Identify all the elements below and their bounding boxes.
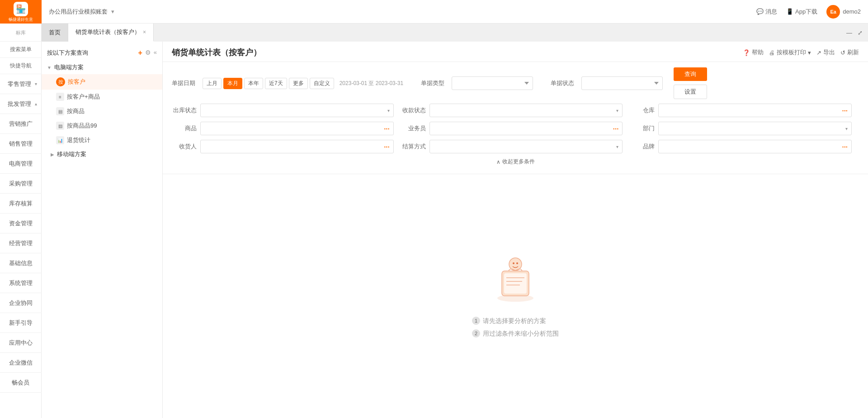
brand-control[interactable]: ··· xyxy=(658,140,852,153)
salesperson-control[interactable]: ··· xyxy=(429,122,623,135)
plan-collapse-icon[interactable]: « xyxy=(154,49,157,57)
sidebar-item-inventory[interactable]: 库存核算 xyxy=(0,194,42,214)
tree-item-by-product-99[interactable]: ▤ 按商品品99 xyxy=(42,119,162,133)
sidebar-item-sales[interactable]: 销售管理 xyxy=(0,134,42,154)
content-area: 按以下方案查询 + ⚙ « ▼ 电脑端方案 按 按客户 ≡ xyxy=(42,42,868,418)
sidebar-retail-label: 零售管理 xyxy=(5,80,35,88)
warehouse-control[interactable]: ··· xyxy=(658,104,852,117)
tree-item-refund[interactable]: 📊 退货统计 xyxy=(42,133,162,147)
date-btn-thisyear[interactable]: 本年 xyxy=(244,78,263,89)
sidebar-item-business[interactable]: 经营管理 xyxy=(0,233,42,253)
sidebar-appcenter-label: 应用中心 xyxy=(5,339,37,347)
sidebar-item-retail[interactable]: 零售管理 ▾ xyxy=(0,74,42,94)
filter-area: 单据日期 上月 本月 本年 近7天 更多 自定义 2023-03-01 至 20… xyxy=(163,62,868,174)
tree-item-by-customer-product[interactable]: ≡ 按客户+商品 xyxy=(42,90,162,104)
date-btn-lastmonth[interactable]: 上月 xyxy=(203,78,222,89)
message-icon: 💬 xyxy=(756,8,764,15)
print-button[interactable]: 🖨 按模板打印 ▾ xyxy=(769,48,811,57)
refresh-label: 刷新 xyxy=(847,48,859,57)
top-bar: 办公用品行业模拟账套 ▾ 💬 消息 📱 App下载 Ea demo2 xyxy=(42,0,868,24)
payment-status-control[interactable]: ▾ xyxy=(429,104,623,117)
doc-status-select[interactable] xyxy=(581,76,663,90)
date-btn-custom[interactable]: 自定义 xyxy=(310,78,334,89)
sidebar-item-purchase[interactable]: 采购管理 xyxy=(0,174,42,194)
app-download-label: App下载 xyxy=(795,8,817,16)
sidebar-item-member[interactable]: 畅会员 xyxy=(0,373,42,393)
recipient-dots-icon: ··· xyxy=(384,143,390,151)
sidebar-item-basic[interactable]: 基础信息 xyxy=(0,253,42,273)
by-product-icon: ▤ xyxy=(56,107,64,115)
filter-settlement: 结算方式 ▾ xyxy=(401,140,630,153)
search-menu-button[interactable]: 标库 xyxy=(0,24,42,42)
date-btn-thismonth[interactable]: 本月 xyxy=(223,78,242,89)
sidebar-item-system[interactable]: 系统管理 xyxy=(0,273,42,293)
out-status-label: 出库状态 xyxy=(172,106,197,114)
refresh-icon: ↺ xyxy=(840,49,845,56)
plan-settings-icon[interactable]: ⚙ xyxy=(145,49,151,57)
top-bar-right: 💬 消息 📱 App下载 Ea demo2 xyxy=(756,5,861,19)
doc-type-select[interactable] xyxy=(452,76,533,90)
export-label: 导出 xyxy=(823,48,835,57)
sidebar-item-marketing[interactable]: 营销推广 xyxy=(0,114,42,134)
tab-minimize-icon[interactable]: — xyxy=(844,28,854,38)
user-area[interactable]: Ea demo2 xyxy=(826,5,861,19)
sidebar-ecommerce-label: 电商管理 xyxy=(5,160,37,168)
plan-add-icon[interactable]: + xyxy=(138,49,142,57)
recipient-control[interactable]: ··· xyxy=(200,140,394,153)
sidebar-item-quicknav[interactable]: 快捷导航 xyxy=(0,58,42,74)
tree-item-by-customer[interactable]: 按 按客户 xyxy=(42,74,162,90)
by-customer-label: 按客户 xyxy=(68,78,85,86)
refresh-button[interactable]: ↺ 刷新 xyxy=(840,48,859,57)
message-button[interactable]: 💬 消息 xyxy=(756,8,777,16)
tree-group-mobile-header[interactable]: ▶ 移动端方案 xyxy=(42,147,162,161)
date-btn-7days[interactable]: 近7天 xyxy=(265,78,287,89)
dept-label: 部门 xyxy=(630,124,655,133)
tree-item-by-product[interactable]: ▤ 按商品 xyxy=(42,104,162,119)
page-header: 销货单统计表（按客户） ❓ 帮助 🖨 按模板打印 ▾ ↗ 导出 xyxy=(163,42,868,62)
out-status-control[interactable]: ▾ xyxy=(200,104,394,117)
tab-home[interactable]: 首页 xyxy=(42,24,68,42)
sidebar-item-wholesale[interactable]: 批发管理 ▴ xyxy=(0,94,42,114)
plan-panel-header: 按以下方案查询 + ⚙ « xyxy=(42,45,162,61)
sidebar-item-wechat[interactable]: 企业微信 xyxy=(0,353,42,373)
sidebar-item-collab[interactable]: 企业协同 xyxy=(0,293,42,313)
salesperson-dots-icon: ··· xyxy=(613,125,619,133)
tab-close-icon[interactable]: × xyxy=(143,29,146,35)
sidebar-item-newuser[interactable]: 新手引导 xyxy=(0,313,42,333)
svg-rect-2 xyxy=(504,273,527,294)
help-icon: ❓ xyxy=(743,49,750,56)
help-button[interactable]: ❓ 帮助 xyxy=(743,48,764,57)
sidebar-item-finance[interactable]: 资金管理 xyxy=(0,214,42,233)
message-label: 消息 xyxy=(765,8,777,16)
sidebar-item-appcenter[interactable]: 应用中心 xyxy=(0,333,42,353)
sidebar-item-ecommerce[interactable]: 电商管理 xyxy=(0,154,42,174)
refund-label: 退货统计 xyxy=(67,136,90,144)
app-logo[interactable]: 🏪 畅捷通好生意 xyxy=(0,0,42,24)
empty-tip-1: 1 请先选择要分析的方案 xyxy=(472,314,559,327)
app-download-button[interactable]: 📱 App下载 xyxy=(786,8,817,16)
tab-home-label: 首页 xyxy=(49,28,61,37)
sidebar-wholesale-label: 批发管理 xyxy=(5,100,35,108)
main-area: 办公用品行业模拟账套 ▾ 💬 消息 📱 App下载 Ea demo2 首页 销货… xyxy=(42,0,868,418)
dept-control[interactable]: ▾ xyxy=(658,122,852,135)
settings-button[interactable]: 设置 xyxy=(674,85,707,99)
export-button[interactable]: ↗ 导出 xyxy=(816,48,835,57)
mobile-expand-icon: ▶ xyxy=(51,152,54,157)
top-bar-dropdown-icon[interactable]: ▾ xyxy=(111,8,114,15)
tree-group-desktop-header[interactable]: ▼ 电脑端方案 xyxy=(42,61,162,74)
settlement-label: 结算方式 xyxy=(401,142,426,151)
tab-sales-stat[interactable]: 销货单统计表（按客户） × xyxy=(68,24,154,42)
sidebar-collab-label: 企业协同 xyxy=(5,299,37,307)
settlement-control[interactable]: ▾ xyxy=(429,140,623,153)
collapse-bar[interactable]: ∧ 收起更多条件 xyxy=(172,155,859,168)
product-control[interactable]: ··· xyxy=(200,122,394,135)
brand-label: 品牌 xyxy=(630,142,655,151)
tab-bar-actions: — ⤢ xyxy=(844,28,868,38)
tab-maximize-icon[interactable]: ⤢ xyxy=(856,28,864,38)
plan-panel-actions: + ⚙ « xyxy=(138,49,157,57)
query-button[interactable]: 查询 xyxy=(674,67,707,81)
sidebar-search-label: 搜索菜单 xyxy=(10,46,32,53)
date-btn-more[interactable]: 更多 xyxy=(289,78,308,89)
sidebar-item-search[interactable]: 搜索菜单 xyxy=(0,42,42,58)
warehouse-dots-icon: ··· xyxy=(842,107,848,114)
